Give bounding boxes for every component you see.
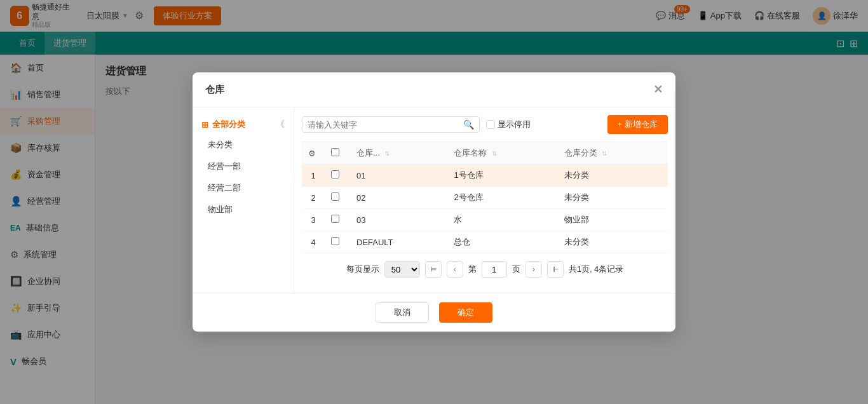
th-name-label: 仓库名称 xyxy=(454,148,487,158)
row-name: 水 xyxy=(447,209,557,231)
row-category: 未分类 xyxy=(558,187,668,209)
row-checkbox[interactable] xyxy=(325,165,350,187)
pagination-summary: 共1页, 4条记录 xyxy=(569,264,624,275)
row-category: 物业部 xyxy=(558,209,668,231)
row-checkbox[interactable] xyxy=(325,209,350,231)
table-row[interactable]: 3 03 水 物业部 xyxy=(302,209,668,231)
row-checkbox[interactable] xyxy=(325,187,350,209)
row-name: 1号仓库 xyxy=(447,165,557,187)
modal-footer: 取消 确定 xyxy=(193,293,675,332)
th-checkbox xyxy=(325,142,350,165)
row-code: DEFAULT xyxy=(350,231,447,253)
show-disabled-checkbox[interactable] xyxy=(486,120,495,129)
all-category-btn[interactable]: ⊞ 全部分类 xyxy=(201,119,245,130)
th-code: 仓库... ⇅ xyxy=(350,142,447,165)
pagination: 每页显示 50 10 20 100 ⊨ ‹ 第 页 › ⊩ 共1页, 4条记录 xyxy=(302,253,668,285)
modal-header: 仓库 ✕ xyxy=(193,72,675,107)
category-item-property[interactable]: 物业部 xyxy=(193,199,294,220)
modal-title: 仓库 xyxy=(205,84,224,96)
page-number-input[interactable] xyxy=(482,261,507,278)
category-panel: ⊞ 全部分类 《 未分类 经营一部 经营二部 物业部 xyxy=(193,107,294,293)
search-input[interactable] xyxy=(308,120,461,130)
th-category: 仓库分类 ⇅ xyxy=(558,142,668,165)
row-num: 1 xyxy=(302,165,325,187)
category-item-dept1[interactable]: 经营一部 xyxy=(193,156,294,177)
cancel-btn[interactable]: 取消 xyxy=(376,302,429,323)
category-header: ⊞ 全部分类 《 xyxy=(193,115,294,134)
category-item-dept2[interactable]: 经营二部 xyxy=(193,177,294,199)
page-size-select[interactable]: 50 10 20 100 xyxy=(384,261,420,278)
all-category-label: 全部分类 xyxy=(212,119,245,130)
sort-icon-category: ⇅ xyxy=(602,150,607,157)
row-code: 03 xyxy=(350,209,447,231)
th-code-label: 仓库... xyxy=(356,148,380,158)
grid-icon: ⊞ xyxy=(201,120,208,130)
category-collapse-btn[interactable]: 《 xyxy=(276,119,285,130)
row-num: 3 xyxy=(302,209,325,231)
last-page-btn[interactable]: ⊩ xyxy=(547,261,564,278)
search-box[interactable]: 🔍 xyxy=(302,116,480,133)
table-row[interactable]: 2 02 2号仓库 未分类 xyxy=(302,187,668,209)
row-code: 01 xyxy=(350,165,447,187)
select-all-checkbox[interactable] xyxy=(331,148,339,156)
row-name: 2号仓库 xyxy=(447,187,557,209)
table-toolbar: 🔍 显示停用 + 新增仓库 xyxy=(302,115,668,134)
modal-close-btn[interactable]: ✕ xyxy=(653,83,663,97)
search-icon: 🔍 xyxy=(463,119,474,130)
next-page-btn[interactable]: › xyxy=(526,261,542,278)
th-settings: ⚙ xyxy=(302,142,325,165)
row-num: 4 xyxy=(302,231,325,253)
row-name: 总仓 xyxy=(447,231,557,253)
category-item-unclassified[interactable]: 未分类 xyxy=(193,134,294,156)
row-checkbox[interactable] xyxy=(325,231,350,253)
modal-body: ⊞ 全部分类 《 未分类 经营一部 经营二部 物业部 xyxy=(193,107,675,293)
table-header-row: ⚙ 仓库... ⇅ 仓库名称 ⇅ xyxy=(302,142,668,165)
confirm-btn[interactable]: 确定 xyxy=(439,302,492,323)
first-page-btn[interactable]: ⊨ xyxy=(425,261,442,278)
show-disabled-label: 显示停用 xyxy=(498,119,531,130)
table-panel: 🔍 显示停用 + 新增仓库 ⚙ xyxy=(294,107,675,293)
warehouse-table: ⚙ 仓库... ⇅ 仓库名称 ⇅ xyxy=(302,142,668,253)
page-unit: 页 xyxy=(512,264,520,275)
sort-icon-code: ⇅ xyxy=(384,150,390,157)
show-disabled-toggle[interactable]: 显示停用 xyxy=(486,119,531,130)
row-category: 未分类 xyxy=(558,231,668,253)
row-category: 未分类 xyxy=(558,165,668,187)
table-row[interactable]: 4 DEFAULT 总仓 未分类 xyxy=(302,231,668,253)
row-num: 2 xyxy=(302,187,325,209)
modal-overlay: 仓库 ✕ ⊞ 全部分类 《 未分类 经营一部 xyxy=(0,0,868,404)
warehouse-modal: 仓库 ✕ ⊞ 全部分类 《 未分类 经营一部 xyxy=(193,72,675,332)
row-code: 02 xyxy=(350,187,447,209)
page-label: 第 xyxy=(468,264,477,275)
th-category-label: 仓库分类 xyxy=(564,148,597,158)
page-size-label: 每页显示 xyxy=(346,264,379,275)
add-warehouse-btn[interactable]: + 新增仓库 xyxy=(607,115,668,134)
settings-col-icon: ⚙ xyxy=(308,149,316,158)
table-row[interactable]: 1 01 1号仓库 未分类 xyxy=(302,165,668,187)
prev-page-btn[interactable]: ‹ xyxy=(447,261,463,278)
sort-icon-name: ⇅ xyxy=(492,150,497,157)
table-body: 1 01 1号仓库 未分类 2 02 2号仓库 未分类 3 03 水 物业部 4… xyxy=(302,165,668,253)
th-name: 仓库名称 ⇅ xyxy=(447,142,557,165)
